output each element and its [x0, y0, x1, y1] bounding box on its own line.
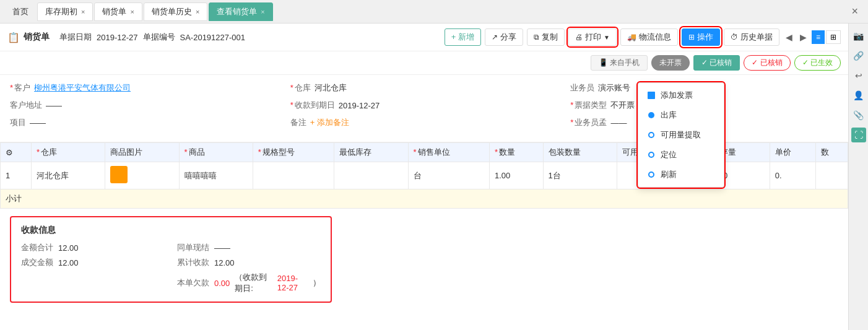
sidebar-icon-user[interactable]: 👤: [851, 88, 866, 103]
check-btn[interactable]: ✓ 已核销: [693, 55, 740, 71]
address-label: 客户地址: [10, 100, 42, 111]
col-settings[interactable]: ⚙: [1, 143, 32, 162]
payment-date-value: 2019-12-27: [339, 101, 380, 110]
logistics-button[interactable]: 🚚 物流信息: [620, 28, 678, 46]
tab-sales-history-close[interactable]: ×: [196, 8, 199, 15]
add-invoice-label: 添加发票: [661, 90, 693, 101]
cell-spec: [253, 162, 334, 189]
operations-button[interactable]: ⊞ 操作: [682, 28, 720, 46]
cumulative-row: 累计收款 12.00: [177, 257, 321, 268]
copy-button-label: 复制: [542, 32, 558, 43]
tab-home[interactable]: 首页: [5, 2, 36, 21]
outbound-item[interactable]: 出库: [638, 105, 724, 125]
cell-product: 嘻嘻嘻嘻: [179, 162, 253, 189]
window-close-button[interactable]: ×: [846, 5, 863, 18]
share-button[interactable]: ↗ 分享: [485, 28, 523, 46]
address-value: ——: [46, 101, 62, 110]
cell-img: [105, 162, 179, 189]
add-invoice-item[interactable]: 添加发票: [638, 85, 724, 105]
warehouse-field: 仓库 河北仓库: [290, 82, 558, 93]
col-img: 商品图片: [105, 143, 179, 162]
tab-sales-history[interactable]: 销货单历史 ×: [144, 2, 207, 21]
mobile-btn[interactable]: 📱 来自手机: [591, 55, 648, 71]
same-order-value: ——: [214, 243, 230, 253]
grid-view-btn[interactable]: ⊞: [826, 30, 841, 44]
subtotal-row: 小计: [1, 189, 848, 209]
effect-btn[interactable]: ✓ 已生效: [794, 55, 841, 71]
share-button-label: 分享: [500, 32, 516, 43]
history-button[interactable]: ⏱ 历史单据: [724, 28, 779, 46]
view-toggle: ≡ ⊞: [812, 30, 841, 44]
tab-sales-close[interactable]: ×: [130, 8, 134, 15]
amount-row: 金额合计 12.00: [21, 242, 165, 253]
sold-btn-label: 已核销: [760, 58, 783, 67]
col-min-stock: 最低库存: [334, 143, 408, 162]
tab-inventory-label: 库存期初: [45, 6, 77, 17]
tab-bar: 首页 库存期初 × 销货单 × 销货单历史 × 查看销货单 × ×: [0, 0, 868, 24]
tab-sales[interactable]: 销货单 ×: [94, 2, 142, 21]
locate-label: 定位: [661, 149, 677, 160]
ticket-label: 票据类型: [570, 100, 607, 111]
add-note-btn[interactable]: + 添加备注: [310, 117, 349, 128]
owe-note: （收款到期日:: [235, 272, 272, 294]
amount-value: 12.00: [58, 243, 79, 253]
transaction-value: 12.00: [58, 258, 79, 267]
not-open-btn[interactable]: 未开票: [651, 55, 690, 71]
copy-button[interactable]: ⧉ 复制: [527, 28, 565, 46]
toolbar: + 新增 ↗ 分享 ⧉ 复制 🖨 打印 ▼ 🚚 物流信息: [445, 28, 841, 46]
transaction-label: 成交金额: [21, 257, 53, 268]
project-field: 项目 ——: [10, 117, 278, 128]
next-arrow[interactable]: ▶: [797, 31, 809, 43]
cell-min-stock: [334, 162, 408, 189]
tab-inventory[interactable]: 库存期初 ×: [37, 2, 93, 21]
warehouse-label: 仓库: [290, 82, 311, 93]
col-product: 商品: [179, 143, 253, 162]
tab-view-sales-close[interactable]: ×: [261, 8, 264, 15]
product-image: [110, 166, 128, 183]
list-view-btn[interactable]: ≡: [812, 30, 825, 44]
owe-label: 本单欠款: [177, 277, 209, 289]
sidebar-icon-expand[interactable]: ⛶: [851, 128, 866, 142]
subtotal-label: 小计: [1, 189, 848, 209]
owe-date: 2019-12-27: [277, 274, 308, 292]
same-order-row: 同单现结 ——: [177, 242, 321, 253]
main-content: 📋 销货单 单据日期 2019-12-27 单据编号 SA-20191227-0…: [0, 24, 848, 330]
note-field: 备注 + 添加备注: [290, 117, 558, 128]
prev-arrow[interactable]: ◀: [783, 31, 795, 43]
transaction-row: 成交金额 12.00: [21, 257, 165, 268]
nav-icons: ◀ ▶ ≡ ⊞: [783, 30, 841, 44]
check-btn-label: 已核销: [710, 58, 732, 67]
cell-price: 0.: [770, 162, 815, 189]
sidebar-icon-attach[interactable]: 📎: [851, 108, 866, 123]
tab-sales-label: 销货单: [102, 6, 126, 17]
cell-extra: [816, 162, 848, 189]
col-price: 单价: [770, 143, 815, 162]
refresh-label: 刷新: [661, 169, 677, 180]
date-label: 单据日期: [59, 32, 92, 43]
owe-row-empty: [21, 272, 165, 294]
refresh-item[interactable]: 刷新: [638, 165, 724, 185]
new-button[interactable]: + 新增: [445, 28, 481, 46]
doc-meta: 单据日期 2019-12-27 单据编号 SA-20191227-001: [59, 32, 245, 43]
locate-item[interactable]: 定位: [638, 145, 724, 165]
sidebar-icon-link[interactable]: 🔗: [851, 48, 866, 63]
cumulative-label: 累计收款: [177, 257, 209, 268]
effect-btn-label: 已生效: [810, 58, 833, 67]
note-label: 备注: [290, 117, 306, 128]
available-qty-item[interactable]: 可用量提取: [638, 125, 724, 145]
payment-date-field: 收款到期日 2019-12-27: [290, 100, 558, 111]
sold-btn[interactable]: ✓ 已核销: [744, 55, 790, 71]
sidebar-icon-return[interactable]: ↩: [851, 68, 866, 83]
tab-view-sales[interactable]: 查看销货单 ×: [209, 2, 272, 21]
cell-unit: 台: [408, 162, 489, 189]
print-button[interactable]: 🖨 打印 ▼: [568, 28, 617, 46]
customer-value[interactable]: 柳州粤港平安气体有限公司: [34, 82, 131, 93]
project-value: ——: [30, 118, 46, 128]
payment-date-label: 收款到期日: [290, 100, 335, 111]
sidebar-icon-img[interactable]: 📷: [851, 28, 866, 43]
date-value: 2019-12-27: [97, 33, 138, 42]
refresh-icon: [647, 170, 656, 179]
info-grid: 金额合计 12.00 同单现结 —— 成交金额 12.00 累计收款 12.00: [21, 242, 321, 294]
cell-qty: 1.00: [490, 162, 544, 189]
tab-inventory-close[interactable]: ×: [81, 8, 85, 15]
